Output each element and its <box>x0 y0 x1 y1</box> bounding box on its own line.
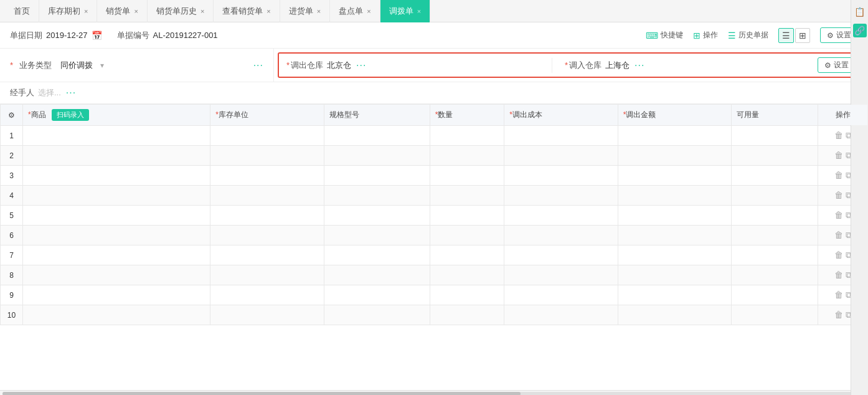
cell-spec[interactable] <box>324 226 430 245</box>
cell-unit[interactable] <box>210 226 324 245</box>
cell-product[interactable] <box>23 186 210 206</box>
cell-unit[interactable] <box>210 245 324 265</box>
tab-view-sales[interactable]: 查看销货单 × <box>214 0 280 22</box>
cell-unit[interactable] <box>210 285 324 305</box>
delete-icon[interactable]: 🗑 <box>834 210 843 220</box>
delete-icon[interactable]: 🗑 <box>834 170 843 180</box>
cell-spec[interactable] <box>324 245 430 265</box>
cell-available[interactable] <box>732 206 818 226</box>
chevron-down-icon[interactable]: ▾ <box>100 61 104 70</box>
calendar-icon[interactable]: 📅 <box>92 31 102 40</box>
cell-amount[interactable] <box>618 226 731 245</box>
cell-unit[interactable] <box>210 206 324 226</box>
col-gear[interactable]: ⚙ <box>1 105 23 126</box>
cell-unit[interactable] <box>210 166 324 186</box>
operations-btn[interactable]: ⊞ 操作 <box>693 30 718 40</box>
cell-cost[interactable] <box>504 126 618 146</box>
cell-available[interactable] <box>732 265 818 285</box>
cell-available[interactable] <box>732 285 818 305</box>
source-warehouse-more[interactable]: ··· <box>356 60 366 71</box>
cell-available[interactable] <box>732 226 818 245</box>
cell-unit[interactable] <box>210 305 324 325</box>
cell-amount[interactable] <box>618 305 731 325</box>
layout-btn-list[interactable]: ☰ <box>778 28 794 43</box>
cell-qty[interactable] <box>430 245 504 265</box>
business-type-more[interactable]: ··· <box>253 60 263 71</box>
tab-home[interactable]: 首页 <box>5 0 39 22</box>
cell-available[interactable] <box>732 166 818 186</box>
cell-product[interactable] <box>23 226 210 245</box>
target-warehouse-more[interactable]: ··· <box>634 60 644 71</box>
cell-product[interactable] <box>23 166 210 186</box>
cell-amount[interactable] <box>618 186 731 206</box>
close-icon[interactable]: × <box>200 7 204 15</box>
close-icon[interactable]: × <box>84 7 88 15</box>
tab-sales-order[interactable]: 销货单 × <box>97 0 147 22</box>
cell-product[interactable] <box>23 126 210 146</box>
cell-product[interactable] <box>23 285 210 305</box>
cell-cost[interactable] <box>504 305 618 325</box>
cell-available[interactable] <box>732 186 818 206</box>
cell-qty[interactable] <box>430 305 504 325</box>
gear-icon[interactable]: ⚙ <box>8 111 15 120</box>
cell-qty[interactable] <box>430 186 504 206</box>
cell-qty[interactable] <box>430 265 504 285</box>
cell-qty[interactable] <box>430 206 504 226</box>
cell-unit[interactable] <box>210 126 324 146</box>
layout-btn-grid[interactable]: ⊞ <box>795 28 810 43</box>
warehouse-settings-btn[interactable]: ⚙ 设置 <box>818 57 856 73</box>
cell-qty[interactable] <box>430 285 504 305</box>
delete-icon[interactable]: 🗑 <box>834 190 843 200</box>
cell-amount[interactable] <box>618 285 731 305</box>
cell-cost[interactable] <box>504 166 618 186</box>
cell-spec[interactable] <box>324 126 430 146</box>
cell-unit[interactable] <box>210 186 324 206</box>
cell-amount[interactable] <box>618 146 731 166</box>
cell-qty[interactable] <box>430 126 504 146</box>
cell-spec[interactable] <box>324 285 430 305</box>
cell-amount[interactable] <box>618 206 731 226</box>
close-icon[interactable]: × <box>134 7 138 15</box>
business-type-value[interactable]: 同价调拨 <box>60 60 93 71</box>
tab-transfer[interactable]: 调拨单 × <box>380 0 430 22</box>
cell-product[interactable] <box>23 146 210 166</box>
cell-amount[interactable] <box>618 166 731 186</box>
target-warehouse-value[interactable]: 上海仓 <box>605 60 630 71</box>
cell-qty[interactable] <box>430 226 504 245</box>
cell-unit[interactable] <box>210 265 324 285</box>
handler-select[interactable]: 选择... <box>38 87 61 98</box>
cell-amount[interactable] <box>618 126 731 146</box>
cell-spec[interactable] <box>324 146 430 166</box>
cell-spec[interactable] <box>324 265 430 285</box>
cell-spec[interactable] <box>324 186 430 206</box>
delete-icon[interactable]: 🗑 <box>834 290 843 300</box>
cell-cost[interactable] <box>504 146 618 166</box>
cell-spec[interactable] <box>324 206 430 226</box>
cell-available[interactable] <box>732 126 818 146</box>
cell-product[interactable] <box>23 265 210 285</box>
history-btn[interactable]: ☰ 历史单据 <box>728 30 768 40</box>
sidebar-link-icon[interactable]: 🔗 <box>853 24 867 37</box>
cell-qty[interactable] <box>430 146 504 166</box>
tab-sales-history[interactable]: 销货单历史 × <box>148 0 214 22</box>
delete-icon[interactable]: 🗑 <box>834 130 843 140</box>
close-icon[interactable]: × <box>267 7 270 15</box>
cell-cost[interactable] <box>504 206 618 226</box>
cell-spec[interactable] <box>324 305 430 325</box>
close-icon[interactable]: × <box>417 7 421 15</box>
sidebar-notes-icon[interactable]: 📋 <box>853 5 867 19</box>
tab-inventory-init[interactable]: 库存期初 × <box>39 0 97 22</box>
close-icon[interactable]: × <box>317 7 321 15</box>
source-warehouse-value[interactable]: 北京仓 <box>327 60 351 71</box>
cell-available[interactable] <box>732 146 818 166</box>
cell-product[interactable] <box>23 305 210 325</box>
cell-qty[interactable] <box>430 166 504 186</box>
delete-icon[interactable]: 🗑 <box>834 230 843 240</box>
handler-more[interactable]: ··· <box>66 87 76 98</box>
cell-spec[interactable] <box>324 166 430 186</box>
cell-product[interactable] <box>23 206 210 226</box>
close-icon[interactable]: × <box>367 7 370 15</box>
scan-button[interactable]: 扫码录入 <box>52 109 89 121</box>
cell-available[interactable] <box>732 245 818 265</box>
cell-amount[interactable] <box>618 245 731 265</box>
